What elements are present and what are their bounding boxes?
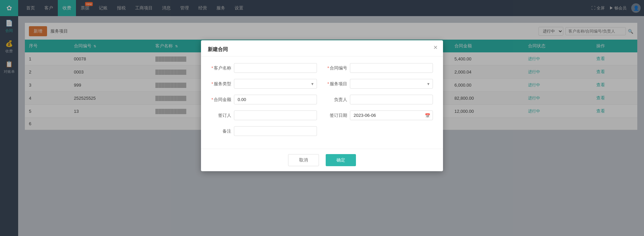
sign-date-wrapper: 📅 xyxy=(350,110,433,120)
dialog-overlay: 新建合同 ✕ *客户名称 *合同编号 xyxy=(0,0,644,236)
sign-date-input[interactable] xyxy=(350,110,433,120)
cancel-button[interactable]: 取消 xyxy=(288,154,319,166)
form-group-contract-no: *合同编号 xyxy=(327,63,433,73)
form-row-3: *合同金额 负责人 xyxy=(211,95,433,104)
sign-date-label: 签订日期 xyxy=(327,112,347,119)
form-group-amount: *合同金额 xyxy=(211,95,317,104)
form-group-service-type: *服务类型 ▼ xyxy=(211,79,317,89)
form-group-responsible: 负责人 xyxy=(327,95,433,104)
service-type-label: *服务类型 xyxy=(211,81,231,87)
dialog-body: *客户名称 *合同编号 *服务类型 xyxy=(201,56,443,149)
dialog-title: 新建合同 xyxy=(201,40,443,56)
contract-amount-input[interactable] xyxy=(234,95,317,104)
service-item-wrapper: ▼ xyxy=(350,79,433,89)
form-group-customer: *客户名称 xyxy=(211,63,317,73)
responsible-input[interactable] xyxy=(350,95,433,104)
customer-name-input[interactable] xyxy=(234,63,317,73)
contract-no-label: *合同编号 xyxy=(327,65,347,71)
form-group-signer: 签订人 xyxy=(211,110,317,120)
form-row-4: 签订人 签订日期 📅 xyxy=(211,110,433,120)
service-type-wrapper: ▼ xyxy=(234,79,317,89)
service-item-select[interactable] xyxy=(350,79,433,89)
service-type-select[interactable] xyxy=(234,79,317,89)
confirm-button[interactable]: 确定 xyxy=(326,154,356,166)
new-contract-dialog: 新建合同 ✕ *客户名称 *合同编号 xyxy=(201,40,443,171)
customer-name-label: *客户名称 xyxy=(211,65,231,71)
contract-no-input[interactable] xyxy=(350,63,433,73)
form-row-5: 备注 xyxy=(211,126,433,136)
contract-amount-label: *合同金额 xyxy=(211,97,231,103)
service-item-label: *服务项目 xyxy=(327,81,347,87)
form-group-sign-date: 签订日期 📅 xyxy=(327,110,433,120)
form-group-service-item: *服务项目 ▼ xyxy=(327,79,433,89)
close-icon[interactable]: ✕ xyxy=(433,45,438,50)
responsible-label: 负责人 xyxy=(327,97,347,103)
note-input[interactable] xyxy=(234,126,317,136)
signer-label: 签订人 xyxy=(211,112,231,119)
form-row-2: *服务类型 ▼ *服务项目 xyxy=(211,79,433,89)
signer-input[interactable] xyxy=(234,110,317,120)
form-group-note: 备注 xyxy=(211,126,317,136)
dialog-footer: 取消 确定 xyxy=(201,149,443,171)
form-row-1: *客户名称 *合同编号 xyxy=(211,63,433,73)
calendar-icon[interactable]: 📅 xyxy=(425,113,430,118)
note-label: 备注 xyxy=(211,128,231,134)
